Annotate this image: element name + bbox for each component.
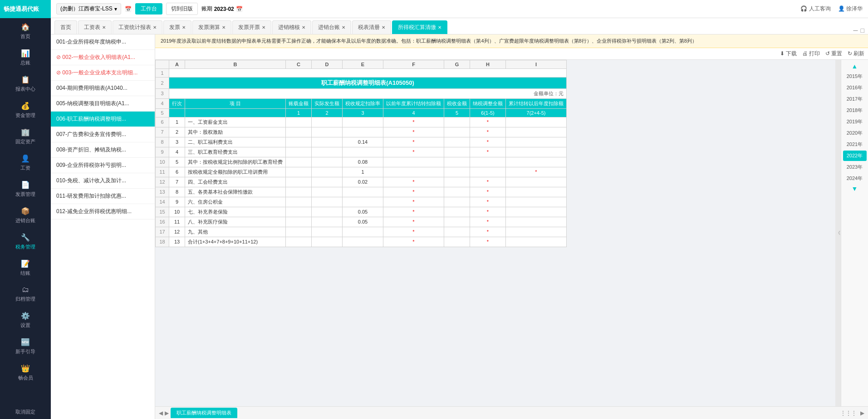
sidebar-item-新手引导[interactable]: 🆕新手引导	[0, 333, 51, 360]
left-panel-item-8[interactable]: 009-企业所得税弥补亏损明...	[51, 158, 155, 173]
sidebar-item-首页[interactable]: 🏠首页	[0, 18, 51, 44]
col1-cell[interactable]	[286, 157, 312, 167]
tab-首页[interactable]: 首页	[54, 20, 77, 34]
year-item-2024年[interactable]: 2024年	[843, 173, 867, 184]
sidebar-item-设置[interactable]: ⚙️设置	[0, 307, 51, 333]
col5-cell[interactable]	[444, 167, 470, 177]
col2-cell[interactable]	[312, 187, 343, 197]
col1-cell[interactable]	[286, 147, 312, 157]
year-item-2020年[interactable]: 2020年	[843, 128, 867, 138]
left-panel-item-5[interactable]: 006-职工薪酬纳税调整明细...	[51, 112, 155, 127]
col5-cell[interactable]	[444, 207, 470, 217]
tab-所得税汇算清缴[interactable]: 所得税汇算清缴✕	[392, 20, 447, 34]
user-avatar[interactable]: 👤 徐泽华	[838, 5, 863, 13]
col2-cell[interactable]	[312, 137, 343, 147]
col5-cell[interactable]	[444, 227, 470, 237]
tab-进销台账[interactable]: 进销台账✕	[312, 20, 351, 34]
download-button[interactable]: ⬇ 下载	[780, 50, 797, 58]
sidebar-item-发票管理[interactable]: 📄发票管理	[0, 176, 51, 202]
tab-发票测算[interactable]: 发票测算✕	[192, 20, 231, 34]
tab-税表清册[interactable]: 税表清册✕	[352, 20, 391, 34]
tab-close-icon[interactable]: ✕	[438, 25, 441, 30]
year-item-2019年[interactable]: 2019年	[843, 117, 867, 127]
col1-cell[interactable]	[286, 227, 312, 237]
minimize-icon[interactable]: ─	[853, 27, 858, 34]
sidebar-item-报表中心[interactable]: 📋报表中心	[0, 71, 51, 97]
collapse-handle[interactable]: 《	[835, 60, 841, 407]
sidebar-item-总账[interactable]: 📊总账	[0, 44, 51, 71]
cancel-fixed-btn[interactable]: 取消固定	[0, 405, 51, 419]
col1-cell[interactable]	[286, 197, 312, 207]
left-panel-item-2[interactable]: ⊘ 003-一般企业业成本支出明细...	[51, 65, 155, 81]
sidebar-item-畅会员[interactable]: 👑畅会员	[0, 360, 51, 386]
tab-close-icon[interactable]: ✕	[342, 25, 345, 30]
switch-old-button[interactable]: 切到旧版	[166, 3, 198, 15]
left-panel-item-4[interactable]: 005-纳税调整项目明细表(A1...	[51, 96, 155, 112]
col2-cell[interactable]	[312, 237, 343, 247]
left-panel-item-7[interactable]: 008-资产折旧、摊销及纳税...	[51, 142, 155, 158]
col2-cell[interactable]	[312, 197, 343, 207]
col1-cell[interactable]	[286, 177, 312, 187]
tab-close-icon[interactable]: ✕	[182, 25, 186, 30]
col2-cell[interactable]	[312, 177, 343, 187]
next-sheet-icon[interactable]: ▶	[165, 410, 169, 416]
sidebar-item-工资[interactable]: 👤工资	[0, 150, 51, 176]
sheet-tab-menu[interactable]: ⋮⋮⋮	[840, 410, 857, 416]
left-panel-item-9[interactable]: 010-免税、减计收入及加计...	[51, 173, 155, 189]
sheet-tab-active[interactable]: 职工薪酬纳税调整明细表	[171, 408, 237, 418]
year-item-2021年[interactable]: 2021年	[843, 139, 867, 150]
col2-cell[interactable]	[312, 127, 343, 137]
col5-cell[interactable]	[444, 217, 470, 227]
tab-close-icon[interactable]: ✕	[302, 25, 305, 30]
sidebar-item-归档管理[interactable]: 🗂归档管理	[0, 281, 51, 307]
left-panel-item-6[interactable]: 007-广告费和业务宣传费明...	[51, 127, 155, 142]
tab-进销稽核[interactable]: 进销稽核✕	[272, 20, 311, 34]
workspace-button[interactable]: 工作台	[135, 3, 162, 15]
left-panel-item-10[interactable]: 011-研发费用加计扣除优惠...	[51, 189, 155, 204]
left-panel-item-3[interactable]: 004-期间费用明细表(A1040...	[51, 81, 155, 96]
col5-cell[interactable]	[444, 197, 470, 207]
col5-cell[interactable]	[444, 187, 470, 197]
col1-cell[interactable]	[286, 127, 312, 137]
prev-sheet-icon[interactable]: ◀	[159, 410, 163, 416]
left-panel-item-11[interactable]: 012-减免企业所得税优惠明细...	[51, 204, 155, 219]
year-item-2017年[interactable]: 2017年	[843, 94, 867, 104]
sidebar-item-税务管理[interactable]: 🔧税务管理	[0, 229, 51, 255]
tab-工资表[interactable]: 工资表✕	[78, 20, 112, 34]
company-selector[interactable]: (勿删）江西睿宝-LSS ▾	[56, 3, 121, 15]
col5-cell[interactable]	[444, 137, 470, 147]
scroll-right-icon[interactable]: ▶	[860, 410, 864, 416]
year-item-2022年[interactable]: 2022年	[843, 151, 867, 161]
col1-cell[interactable]	[286, 217, 312, 227]
tab-close-icon[interactable]: ✕	[382, 25, 385, 30]
col1-cell[interactable]	[286, 137, 312, 147]
col2-cell[interactable]	[312, 117, 343, 127]
col5-cell[interactable]	[444, 157, 470, 167]
col5-cell[interactable]	[444, 117, 470, 127]
col2-cell[interactable]	[312, 147, 343, 157]
col2-cell[interactable]	[312, 227, 343, 237]
maximize-icon[interactable]: □	[861, 27, 864, 34]
year-item-2023年[interactable]: 2023年	[843, 162, 867, 172]
col5-cell[interactable]	[444, 127, 470, 137]
col1-cell[interactable]	[286, 207, 312, 217]
tab-close-icon[interactable]: ✕	[102, 25, 106, 30]
col2-cell[interactable]	[312, 217, 343, 227]
year-down-icon[interactable]: ▼	[843, 184, 867, 193]
tab-发票[interactable]: 发票✕	[163, 20, 191, 34]
col1-cell[interactable]	[286, 167, 312, 177]
tab-发票开票[interactable]: 发票开票✕	[232, 20, 271, 34]
tab-工资统计报表[interactable]: 工资统计报表✕	[113, 20, 162, 34]
sidebar-item-固定资产[interactable]: 🏢固定资产	[0, 123, 51, 150]
tab-close-icon[interactable]: ✕	[153, 25, 157, 30]
tab-close-icon[interactable]: ✕	[222, 25, 226, 30]
refresh-button[interactable]: ↻ 刷新	[848, 50, 864, 58]
sidebar-item-进销台账[interactable]: 📦进销台账	[0, 202, 51, 229]
col1-cell[interactable]	[286, 117, 312, 127]
col5-cell[interactable]	[444, 147, 470, 157]
year-item-2015年[interactable]: 2015年	[843, 71, 867, 82]
reset-button[interactable]: ↺ 重置	[825, 50, 842, 58]
left-panel-item-0[interactable]: 001-企业所得税年度纳税申...	[51, 34, 155, 50]
year-item-2016年[interactable]: 2016年	[843, 83, 867, 93]
tab-close-icon[interactable]: ✕	[262, 25, 265, 30]
